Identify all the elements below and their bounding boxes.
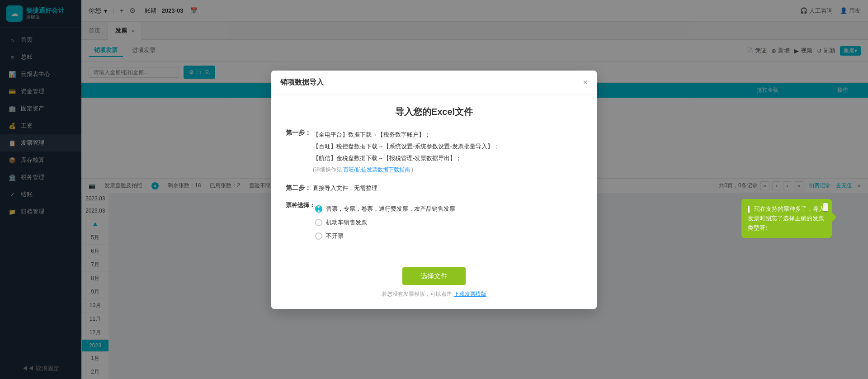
step1-note: (详细操作见 百旺/航信发票数据下载指南 ) [313, 164, 499, 175]
bottom-note-text: 若您没有发票模版，可以点击 [382, 291, 452, 297]
modal-main-title: 导入您的Excel文件 [286, 106, 582, 118]
ticket-select-label: 票种选择： [286, 201, 315, 209]
step2-section: 第二步： 直接导入文件，无需整理 [286, 184, 582, 192]
ticket-select-section: 票种选择： 普票，专票，卷票，通行费发票，农产品销售发票 机动车销售发票 [286, 201, 582, 240]
modal-header: 销项数据导入 × [271, 71, 597, 95]
import-modal: 销项数据导入 × 导入您的Excel文件 第一步： 【全电平台】数据下载→【税务… [271, 71, 597, 309]
radio-circle-motor [315, 219, 322, 226]
select-file-button[interactable]: 选择文件 [402, 267, 466, 285]
svg-marker-0 [832, 213, 836, 222]
radio-no-ticket[interactable]: 不开票 [315, 232, 455, 240]
tooltip-bar [748, 206, 750, 213]
radio-no-ticket-label: 不开票 [326, 232, 344, 240]
radio-normal-label: 普票，专票，卷票，通行费发票，农产品销售发票 [326, 205, 455, 213]
tooltip-close-button[interactable]: × [823, 203, 828, 212]
download-template-link[interactable]: 下载发票模版 [454, 291, 486, 297]
tooltip-arrow [832, 213, 836, 225]
modal-footer: 选择文件 若您没有发票模版，可以点击 下载发票模版 [271, 260, 597, 309]
step1-line2: 【百旺】税控盘数据下载→【系统设置-系统参数设置-发票批量导入】； [313, 141, 499, 152]
radio-group: 普票，专票，卷票，通行费发票，农产品销售发票 机动车销售发票 不开票 [315, 205, 455, 240]
step2-label: 第二步： [286, 184, 313, 192]
modal-body: 导入您的Excel文件 第一步： 【全电平台】数据下载→【税务数字账户】； 【百… [271, 95, 597, 260]
radio-circle-no-ticket [315, 232, 322, 240]
step1-note-end: ) [411, 166, 413, 173]
radio-motor[interactable]: 机动车销售发票 [315, 218, 455, 227]
step1-section: 第一步： 【全电平台】数据下载→【税务数字账户】； 【百旺】税控盘数据下载→【系… [286, 129, 582, 175]
radio-normal[interactable]: 普票，专票，卷票，通行费发票，农产品销售发票 [315, 205, 455, 213]
radio-motor-label: 机动车销售发票 [326, 218, 367, 227]
step1-label: 第一步： [286, 129, 313, 137]
step1-line1: 【全电平台】数据下载→【税务数字账户】； [313, 129, 499, 141]
step1-guide-link[interactable]: 百旺/航信发票数据下载指南 [343, 166, 410, 173]
modal-close-button[interactable]: × [583, 78, 588, 87]
tooltip-bubble: × 现在支持的票种多了，导入发票时别忘了选择正确的发票类型呀! [741, 199, 832, 238]
modal-overlay: 销项数据导入 × 导入您的Excel文件 第一步： 【全电平台】数据下载→【税务… [0, 0, 868, 379]
tooltip-text: 现在支持的票种多了，导入发票时别忘了选择正确的发票类型呀! [748, 205, 825, 231]
radio-circle-normal [315, 205, 322, 213]
modal-bottom-note: 若您没有发票模版，可以点击 下载发票模版 [286, 290, 582, 298]
step2-content: 直接导入文件，无需整理 [313, 184, 377, 192]
step1-line3: 【航信】金税盘数据下载→【报税管理-发票数据导出】； [313, 152, 499, 164]
step1-note-text: (详细操作见 [313, 166, 342, 173]
step1-content: 【全电平台】数据下载→【税务数字账户】； 【百旺】税控盘数据下载→【系统设置-系… [313, 129, 499, 175]
modal-title: 销项数据导入 [280, 78, 324, 87]
